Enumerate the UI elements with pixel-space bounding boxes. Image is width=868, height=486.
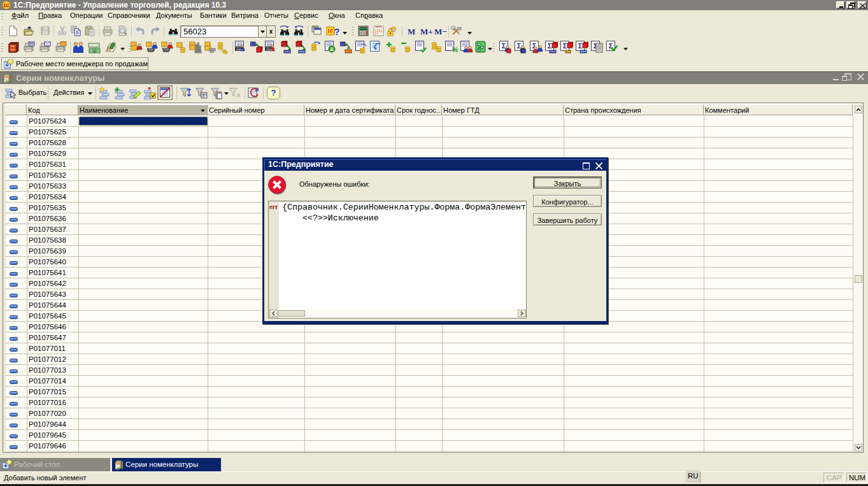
svg-text:Σ: Σ [517, 42, 522, 50]
svg-text:1С: 1С [3, 3, 10, 8]
svg-text:%: % [452, 46, 458, 54]
svg-text:1С: 1С [327, 29, 333, 33]
svg-text:Σ: Σ [563, 42, 567, 50]
svg-text:?: ? [334, 27, 340, 37]
svg-text:Σ: Σ [578, 42, 583, 50]
svg-text:Σ: Σ [548, 42, 552, 50]
svg-text:Σ: Σ [502, 42, 506, 50]
